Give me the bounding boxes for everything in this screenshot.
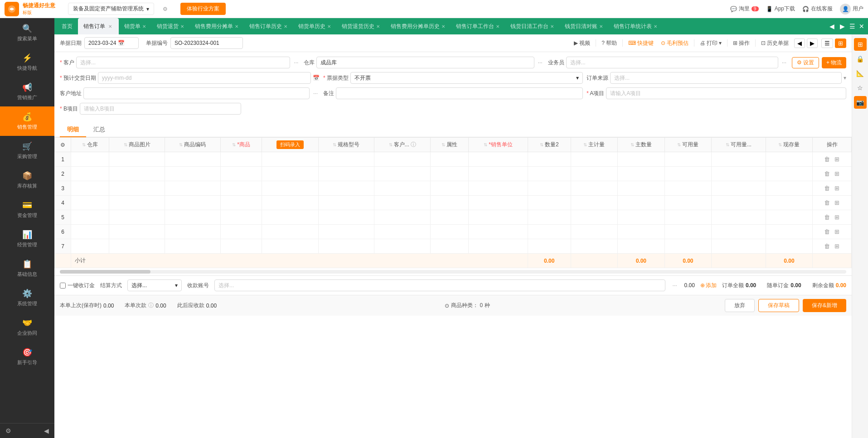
cell-main-unit[interactable]: [571, 225, 617, 239]
cell-product[interactable]: [220, 181, 262, 196]
tab-nav-next[interactable]: ▶: [837, 23, 848, 30]
tab-invoice-history[interactable]: 销货单历史 ✕: [293, 18, 336, 34]
cell-main-qty[interactable]: [618, 167, 664, 181]
customer-dots[interactable]: ···: [292, 59, 300, 66]
cell-qty2[interactable]: [528, 181, 571, 196]
invoice-select[interactable]: 不开票 ▾: [350, 72, 583, 84]
th-gear[interactable]: ⚙: [55, 138, 71, 152]
cell-spec[interactable]: [318, 181, 374, 196]
cell-warehouse[interactable]: [71, 225, 109, 239]
tab-expense-split[interactable]: 销售费用分摊单 ✕: [189, 18, 244, 34]
date-input[interactable]: 2023-03-24 📅: [84, 37, 139, 49]
industry-solution-button[interactable]: 体验行业方案: [180, 3, 226, 15]
cell-warehouse[interactable]: [71, 167, 109, 181]
cell-main-unit[interactable]: [571, 167, 617, 181]
cell-spec[interactable]: [318, 167, 374, 181]
cell-customer-code[interactable]: [374, 225, 431, 239]
cell-spec[interactable]: [318, 196, 374, 210]
tab-summary[interactable]: 汇总: [86, 123, 112, 137]
tab-close-invoice-history[interactable]: ✕: [327, 24, 331, 29]
cell-code[interactable]: [165, 225, 220, 239]
tab-close-returns[interactable]: ✕: [180, 24, 184, 29]
cell-available[interactable]: [664, 210, 711, 225]
system-select[interactable]: 装备及固定资产辅助管理系统 ▾: [68, 3, 154, 15]
cell-main-qty[interactable]: [618, 210, 664, 225]
cell-available[interactable]: [664, 152, 711, 167]
cell-available2[interactable]: [712, 167, 766, 181]
order-source-input[interactable]: [610, 72, 842, 84]
cell-stock[interactable]: [766, 210, 812, 225]
cell-attr[interactable]: [431, 225, 469, 239]
tab-close-sales-invoice[interactable]: ✕: [142, 24, 146, 29]
cell-customer-code[interactable]: [374, 167, 431, 181]
delete-icon[interactable]: 🗑: [823, 184, 831, 193]
cell-stock[interactable]: [766, 196, 812, 210]
cell-customer-code[interactable]: [374, 152, 431, 167]
cell-warehouse[interactable]: [71, 181, 109, 196]
cell-main-qty[interactable]: [618, 181, 664, 196]
th-unit[interactable]: ⇅*销售单位: [469, 138, 528, 152]
cell-warehouse[interactable]: [71, 196, 109, 210]
settings-bottom-icon[interactable]: ⚙: [5, 427, 11, 434]
cell-available2[interactable]: [712, 196, 766, 210]
cell-qty2[interactable]: [528, 196, 571, 210]
warehouse-dots[interactable]: ···: [536, 59, 544, 66]
print-btn[interactable]: 🖨 打印 ▾: [698, 39, 723, 48]
scan-button[interactable]: 扫码录入: [276, 140, 304, 149]
cell-product[interactable]: [220, 210, 262, 225]
th-warehouse[interactable]: ⇅仓库: [71, 138, 109, 152]
panel-btn-2[interactable]: 🔒: [854, 53, 867, 65]
tab-sales-order[interactable]: 销售订单 ✕: [78, 18, 119, 34]
copy-icon[interactable]: ⊞: [833, 184, 841, 193]
cell-customer-code[interactable]: [374, 196, 431, 210]
copy-icon[interactable]: ⊞: [833, 170, 841, 178]
copy-icon[interactable]: ⊞: [833, 213, 841, 221]
salesperson-input[interactable]: [566, 57, 778, 68]
delete-icon[interactable]: 🗑: [823, 199, 831, 207]
cell-unit[interactable]: [469, 167, 528, 181]
panel-btn-3[interactable]: 📐: [854, 67, 867, 80]
cell-attr[interactable]: [431, 167, 469, 181]
warehouse-input[interactable]: [316, 57, 534, 68]
tab-detail[interactable]: 明细: [60, 123, 86, 137]
account-input[interactable]: [214, 279, 665, 291]
cell-main-qty[interactable]: [618, 239, 664, 254]
tab-close-expense-history[interactable]: ✕: [441, 24, 445, 29]
sidebar-item-base-info[interactable]: 📋 基础信息: [0, 254, 54, 283]
cell-stock[interactable]: [766, 225, 812, 239]
th-product[interactable]: ⇅*商品: [220, 138, 262, 152]
th-qty2[interactable]: ⇅数量2: [528, 138, 571, 152]
cell-unit[interactable]: [469, 239, 528, 254]
cell-code[interactable]: [165, 196, 220, 210]
user-item[interactable]: 👤 用户: [840, 4, 863, 14]
delivery-input[interactable]: [98, 72, 311, 84]
cell-main-unit[interactable]: [571, 196, 617, 210]
save-new-button[interactable]: 保存&新增: [803, 299, 846, 312]
cell-main-unit[interactable]: [571, 239, 617, 254]
cell-attr[interactable]: [431, 181, 469, 196]
copy-icon[interactable]: ⊞: [833, 242, 841, 250]
sidebar-item-guide[interactable]: 🎯 新手引导: [0, 342, 54, 371]
th-stock[interactable]: ⇅现存量: [766, 138, 812, 152]
cell-stock[interactable]: [766, 239, 812, 254]
cell-available[interactable]: [664, 167, 711, 181]
tab-close-order-history[interactable]: ✕: [284, 24, 287, 29]
history-btn[interactable]: ⊡ 历史单据: [759, 39, 790, 48]
cell-customer-code[interactable]: [374, 210, 431, 225]
number-input[interactable]: [170, 37, 243, 49]
th-main-qty[interactable]: ⇅主数量: [618, 138, 664, 152]
th-code[interactable]: ⇅商品编码: [165, 138, 220, 152]
profit-btn[interactable]: ⊙ 毛利预估: [659, 39, 690, 48]
copy-icon[interactable]: ⊞: [833, 155, 841, 164]
tab-expense-history[interactable]: 销售费用分摊单历史 ✕: [385, 18, 451, 34]
cell-unit[interactable]: [469, 181, 528, 196]
cell-qty2[interactable]: [528, 239, 571, 254]
cell-available2[interactable]: [712, 239, 766, 254]
tab-close-all-btn[interactable]: ✕: [857, 23, 866, 30]
cell-stock[interactable]: [766, 152, 812, 167]
cell-customer-code[interactable]: [374, 181, 431, 196]
salesperson-dots[interactable]: ···: [780, 59, 788, 66]
sidebar-item-finance[interactable]: 💳 资金管理: [0, 195, 54, 224]
cell-main-qty[interactable]: [618, 225, 664, 239]
cell-product[interactable]: [220, 152, 262, 167]
